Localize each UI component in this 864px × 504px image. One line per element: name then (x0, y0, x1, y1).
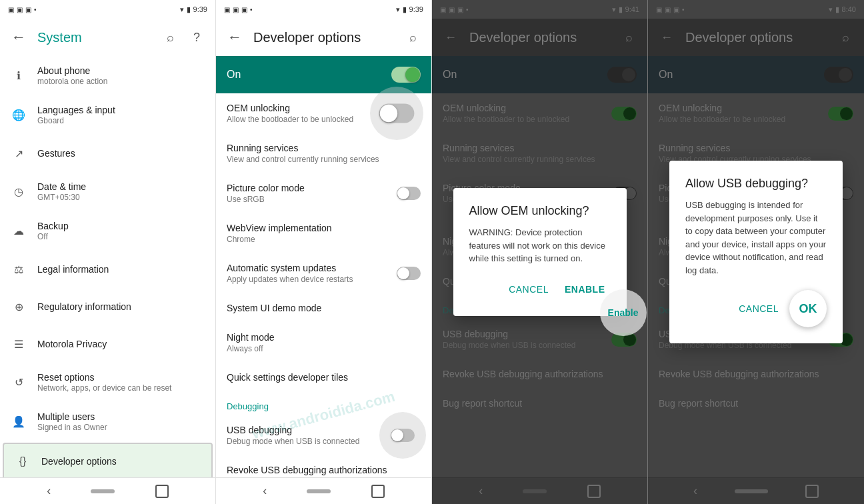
regulatory-title: Regulatory information (37, 301, 131, 312)
backup-icon: ☁ (11, 223, 27, 239)
nav-motorola-privacy[interactable]: ☰ Motorola Privacy (0, 325, 215, 363)
oem-sub: Allow the bootloader to be unlocked (227, 115, 353, 124)
system-ui-title: System UI demo mode (227, 303, 421, 313)
settings-night-mode[interactable]: Night mode Always off (216, 323, 431, 363)
back-nav-2[interactable]: ‹ (263, 484, 267, 498)
nav-legal[interactable]: ⚖ Legal information (0, 251, 215, 288)
gestures-title: Gestures (37, 148, 75, 159)
usb-dialog: Allow USB debugging? USB debugging is in… (669, 161, 843, 343)
system-panel: ▣ ▣ ▣ • ▾ ▮ 9:39 ← System ⌕ ? ℹ About ph… (0, 0, 216, 504)
usb-cancel-btn[interactable]: Cancel (733, 290, 784, 327)
settings-auto-updates[interactable]: Automatic system updates Apply updates w… (216, 253, 431, 293)
status-icons-left-2: ▣▣▣• (224, 6, 253, 13)
home-nav-2[interactable] (307, 489, 331, 493)
search-button-1[interactable]: ⌕ (162, 29, 178, 45)
developer-icon: {} (15, 453, 31, 469)
battery-icon-2: ▮ (403, 5, 407, 14)
back-button-1[interactable]: ← (11, 29, 27, 45)
regulatory-icon: ⊕ (11, 299, 27, 315)
reset-title: Reset options (37, 372, 171, 383)
oem-toggle-knob (380, 105, 397, 122)
about-title: About phone (37, 65, 107, 76)
languages-title: Languages & input (37, 105, 115, 115)
oem-cancel-btn[interactable]: Cancel (503, 279, 554, 300)
webview-title: WebView implementation (227, 223, 421, 233)
nav-developer[interactable]: {} Developer options (3, 443, 213, 477)
oem-dialog: Allow OEM unlocking? WARNING: Device pro… (453, 188, 627, 316)
oem-enable-btn[interactable]: Enable (559, 279, 611, 300)
back-nav-1[interactable]: ‹ (47, 484, 51, 498)
oem-dialog-title: Allow OEM unlocking? (469, 204, 611, 218)
quick-tiles-title: Quick settings developer tiles (227, 372, 421, 383)
developer-title: Developer options (41, 456, 117, 467)
nav-regulatory[interactable]: ⊕ Regulatory information (0, 288, 215, 325)
privacy-icon: ☰ (11, 336, 27, 352)
enable-circle-text: Enable (608, 307, 639, 318)
users-icon: 👤 (11, 414, 27, 430)
usb-dialog-title: Allow USB debugging? (685, 177, 827, 191)
auto-updates-toggle[interactable] (397, 267, 421, 280)
status-right-1: ▾ ▮ 9:39 (180, 5, 207, 14)
top-bar-1: ← System ⌕ ? (0, 19, 215, 56)
settings-picture-color[interactable]: Picture color mode Use sRGB (216, 173, 431, 213)
developer-panel-oem-dialog: ▣▣▣• ▾ ▮ 9:41 ← Developer options ⌕ On O… (432, 0, 648, 504)
developer-panel-usb-dialog: ▣▣▣• ▾ ▮ 8:40 ← Developer options ⌕ On O… (648, 0, 864, 504)
nav-backup[interactable]: ☁ Backup Off (0, 211, 215, 251)
usb-toggle[interactable] (391, 429, 415, 442)
about-icon: ℹ (11, 68, 27, 84)
usb-dialog-actions: Cancel OK (685, 290, 827, 327)
picture-title: Picture color mode (227, 183, 305, 193)
oem-toggle-highlight (370, 87, 423, 140)
picture-toggle[interactable] (397, 187, 421, 200)
recent-nav-2[interactable] (371, 485, 385, 498)
auto-updates-title: Automatic system updates (227, 263, 353, 273)
revoke-title: Revoke USB debugging authorizations (227, 465, 421, 475)
wifi-icon: ▾ (180, 5, 184, 14)
languages-sub: Gboard (37, 116, 115, 125)
nav-gestures[interactable]: ↗ Gestures (0, 135, 215, 172)
developer-panel: ▣▣▣• ▾ ▮ 9:39 ← Developer options ⌕ On O… (216, 0, 432, 504)
settings-quick-tiles[interactable]: Quick settings developer tiles (216, 363, 431, 392)
nav-about-phone[interactable]: ℹ About phone motorola one action (0, 56, 215, 95)
time-1: 9:39 (193, 5, 207, 13)
night-sub: Always off (227, 344, 421, 353)
help-button-1[interactable]: ? (189, 29, 205, 45)
bottom-nav-2: ‹ (216, 477, 431, 504)
toggle-knob-on (405, 67, 420, 82)
reset-sub: Network, apps, or device can be reset (37, 383, 171, 393)
nav-list: ℹ About phone motorola one action 🌐 Lang… (0, 56, 215, 477)
auto-updates-sub: Apply updates when device restarts (227, 275, 353, 284)
datetime-title: Date & time (37, 181, 86, 192)
oem-dialog-overlay: Allow OEM unlocking? WARNING: Device pro… (432, 0, 647, 504)
system-title: System (37, 30, 151, 45)
nav-users[interactable]: 👤 Multiple users Signed in as Owner (0, 402, 215, 441)
settings-revoke-usb[interactable]: Revoke USB debugging authorizations (216, 455, 431, 477)
ok-label: OK (799, 302, 817, 316)
users-title: Multiple users (37, 411, 107, 422)
dev-on-toggle[interactable] (391, 67, 421, 83)
usb-dialog-overlay: Allow USB debugging? USB debugging is in… (648, 0, 864, 504)
legal-title: Legal information (37, 264, 109, 275)
nav-languages[interactable]: 🌐 Languages & input Gboard (0, 95, 215, 135)
picture-sub: Use sRGB (227, 195, 305, 204)
recent-nav-1[interactable] (155, 485, 169, 498)
users-sub: Signed in as Owner (37, 423, 107, 432)
cast-icon: ▣ (25, 6, 31, 13)
home-nav-1[interactable] (91, 489, 115, 493)
usb-ok-btn[interactable]: OK (789, 290, 827, 327)
nav-datetime[interactable]: ◷ Date & time GMT+05:30 (0, 172, 215, 211)
about-sub: motorola one action (37, 77, 107, 86)
back-button-2[interactable]: ← (227, 29, 243, 45)
wifi-icon-2: ▾ (396, 5, 400, 14)
settings-webview[interactable]: WebView implementation Chrome (216, 213, 431, 253)
nav-reset[interactable]: ↺ Reset options Network, apps, or device… (0, 363, 215, 402)
oem-toggle[interactable] (379, 104, 415, 123)
backup-sub: Off (37, 232, 69, 241)
usb-title: USB debugging (227, 425, 359, 435)
settings-system-ui-demo[interactable]: System UI demo mode (216, 293, 431, 323)
search-button-2[interactable]: ⌕ (405, 29, 421, 45)
running-sub: View and control currently running servi… (227, 155, 421, 164)
status-bar-1: ▣ ▣ ▣ • ▾ ▮ 9:39 (0, 0, 215, 19)
oem-dialog-actions: Cancel Enable (469, 279, 611, 300)
top-bar-2: ← Developer options ⌕ (216, 19, 431, 56)
